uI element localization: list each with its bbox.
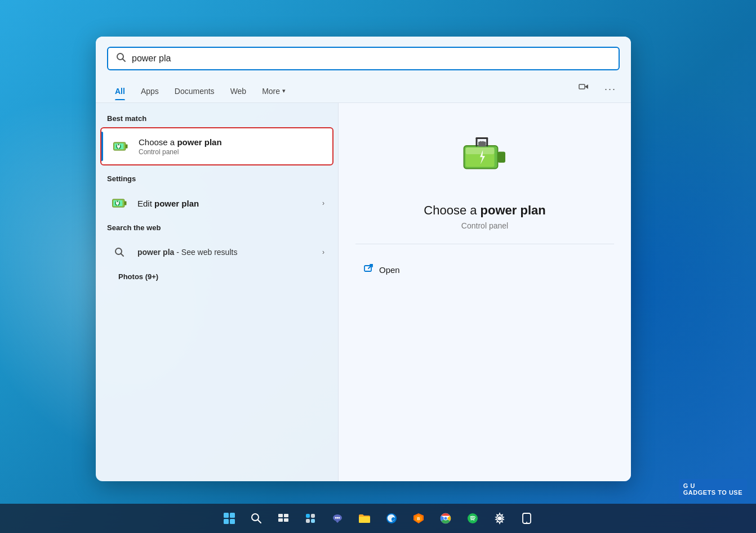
svg-point-58	[444, 517, 447, 520]
left-panel: Best match	[96, 103, 338, 481]
svg-rect-36	[230, 519, 235, 524]
svg-rect-46	[311, 519, 315, 523]
svg-rect-29	[478, 142, 486, 147]
main-content: Best match	[96, 103, 631, 481]
edit-power-title: Edit power plan	[137, 199, 199, 208]
svg-rect-35	[224, 519, 229, 524]
taskbar-chrome-button[interactable]	[433, 506, 458, 531]
taskbar-start-button[interactable]	[217, 506, 242, 531]
svg-marker-3	[585, 84, 588, 89]
svg-rect-21	[497, 152, 505, 163]
svg-rect-51	[359, 517, 370, 523]
taskbar-phone-button[interactable]	[514, 506, 539, 531]
open-button[interactable]: Open	[355, 258, 614, 281]
svg-line-32	[368, 265, 372, 268]
web-chevron-right-icon: ›	[322, 248, 324, 256]
detail-title: Choose a power plan	[424, 203, 545, 218]
watermark-text: G UGADGETS TO USE	[683, 482, 742, 496]
svg-point-62	[526, 522, 527, 523]
best-match-subtitle: Control panel	[139, 148, 222, 156]
best-match-section: Best match	[96, 114, 338, 165]
svg-point-48	[335, 517, 337, 519]
detail-divider	[355, 244, 614, 244]
best-match-title: Choose a power plan	[139, 137, 222, 147]
tab-web[interactable]: Web	[223, 82, 255, 100]
search-input[interactable]	[132, 53, 611, 64]
taskbar: B	[0, 504, 756, 533]
svg-point-49	[337, 517, 339, 519]
svg-point-60	[498, 517, 502, 521]
tabs-container: All Apps Documents Web More ▾ ···	[96, 76, 631, 103]
accent-bar	[101, 132, 103, 161]
taskbar-edge-button[interactable]	[379, 506, 404, 531]
tab-actions: ···	[574, 79, 620, 102]
edit-power-icon	[109, 193, 130, 213]
taskbar-spotify-button[interactable]	[460, 506, 485, 531]
detail-power-icon	[451, 126, 519, 193]
search-icon	[116, 52, 126, 65]
svg-rect-33	[224, 513, 229, 518]
svg-line-38	[258, 520, 261, 523]
svg-text:B: B	[417, 517, 420, 521]
svg-rect-40	[284, 514, 288, 517]
taskbar-taskview-button[interactable]	[271, 506, 296, 531]
edit-power-plan-item[interactable]: Edit power plan ›	[100, 187, 333, 219]
web-section: Search the web power pla - See web resul…	[96, 223, 338, 268]
web-label: Search the web	[96, 223, 338, 232]
web-search-text: power pla - See web results	[137, 248, 237, 257]
svg-rect-41	[278, 518, 283, 522]
chevron-right-icon: ›	[322, 199, 324, 207]
search-bar[interactable]	[107, 47, 620, 70]
svg-rect-39	[278, 514, 283, 517]
taskbar-settings-button[interactable]	[487, 506, 512, 531]
svg-rect-34	[230, 513, 235, 518]
photos-section: Photos (9+)	[96, 272, 338, 281]
open-icon	[363, 263, 373, 276]
taskbar-brave-button[interactable]: B	[406, 506, 431, 531]
taskbar-chat-button[interactable]	[325, 506, 350, 531]
svg-rect-5	[126, 144, 128, 148]
watermark: G UGADGETS TO USE	[679, 479, 747, 499]
svg-line-19	[121, 254, 124, 257]
svg-rect-12	[124, 201, 127, 205]
tab-apps[interactable]: Apps	[133, 82, 167, 100]
taskbar-widgets-button[interactable]	[298, 506, 323, 531]
best-match-text: Choose a power plan Control panel	[139, 137, 222, 156]
svg-rect-43	[306, 514, 310, 518]
search-panel: All Apps Documents Web More ▾ ···	[96, 37, 631, 481]
edit-power-text: Edit power plan	[137, 199, 199, 208]
right-panel: Choose a power plan Control panel Open	[338, 103, 631, 481]
search-bar-container	[96, 37, 631, 76]
power-plan-icon-small	[110, 136, 131, 156]
svg-rect-42	[284, 518, 288, 522]
svg-point-50	[339, 517, 340, 519]
settings-label: Settings	[96, 174, 338, 183]
svg-rect-44	[311, 514, 315, 518]
tab-documents[interactable]: Documents	[167, 82, 223, 100]
best-match-label: Best match	[96, 114, 338, 123]
chevron-down-icon: ▾	[282, 87, 286, 95]
tab-more[interactable]: More ▾	[254, 82, 293, 100]
taskbar-search-button[interactable]	[244, 506, 269, 531]
svg-rect-2	[579, 84, 585, 89]
tab-all[interactable]: All	[107, 82, 133, 100]
photos-label: Photos (9+)	[107, 272, 327, 281]
screen-capture-button[interactable]	[574, 79, 593, 99]
more-options-button[interactable]: ···	[601, 81, 620, 97]
settings-section: Settings	[96, 174, 338, 219]
taskbar-fileexplorer-button[interactable]	[352, 506, 377, 531]
web-search-item[interactable]: power pla - See web results ›	[100, 236, 333, 268]
detail-subtitle: Control panel	[461, 221, 508, 230]
svg-rect-23	[465, 147, 494, 154]
open-label: Open	[379, 265, 400, 275]
svg-line-1	[123, 59, 126, 62]
svg-rect-45	[306, 519, 310, 523]
web-search-icon	[109, 242, 130, 262]
best-match-item[interactable]: Choose a power plan Control panel	[100, 127, 333, 165]
